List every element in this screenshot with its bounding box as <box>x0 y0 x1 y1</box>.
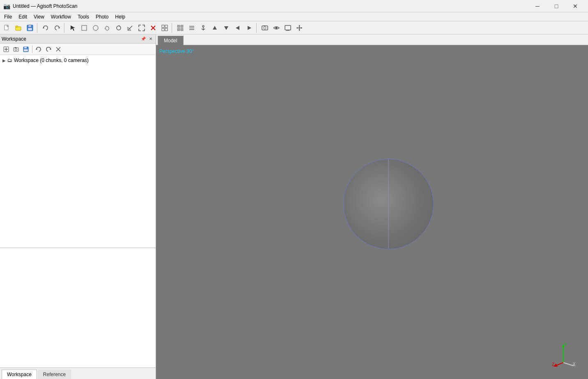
menu-workflow[interactable]: Workflow <box>48 12 74 21</box>
svg-line-65 <box>563 363 574 366</box>
redo-button[interactable] <box>52 23 62 33</box>
eye-tool[interactable] <box>271 23 282 33</box>
split-tool[interactable] <box>159 23 170 33</box>
toolbar-sep3 <box>172 23 173 33</box>
toolbar-sep4 <box>256 23 258 33</box>
svg-marker-56 <box>50 48 51 50</box>
workspace-tree-item[interactable]: ▶ 🗂 Workspace (0 chunks, 0 cameras) <box>2 57 154 64</box>
sphere-object <box>343 159 434 249</box>
ws-close-button[interactable] <box>54 45 63 54</box>
titlebar: 📷 Untitled — Agisoft PhotoScan ─ □ ✕ <box>0 0 588 12</box>
maximize-button[interactable]: □ <box>547 0 566 12</box>
svg-rect-51 <box>15 47 16 48</box>
svg-marker-9 <box>71 25 75 31</box>
workspace-panel: Workspace 📌 ✕ <box>0 34 156 248</box>
remove-tool[interactable] <box>148 23 158 33</box>
new-button[interactable] <box>2 23 12 33</box>
menu-tools[interactable]: Tools <box>74 12 92 21</box>
svg-rect-38 <box>285 25 291 30</box>
menu-view[interactable]: View <box>30 12 48 21</box>
svg-marker-32 <box>236 26 239 30</box>
bottom-sub-panel <box>0 248 156 368</box>
svg-rect-54 <box>24 49 28 51</box>
rotate-tool[interactable] <box>113 23 124 33</box>
rect-select-tool[interactable] <box>79 23 90 33</box>
svg-rect-19 <box>162 28 164 31</box>
svg-point-28 <box>202 25 204 27</box>
titlebar-title: Untitled — Agisoft PhotoScan <box>13 3 77 9</box>
workspace-pin-button[interactable]: 📌 <box>140 36 147 42</box>
move-tool[interactable] <box>294 23 305 33</box>
menu-file[interactable]: File <box>1 12 15 21</box>
ws-sep1 <box>32 46 32 53</box>
svg-rect-53 <box>24 47 27 48</box>
clip-tool[interactable] <box>125 23 136 33</box>
workspace-tree: ▶ 🗂 Workspace (0 chunks, 0 cameras) <box>0 55 156 248</box>
svg-rect-36 <box>264 25 265 26</box>
open-button[interactable] <box>13 23 24 33</box>
grid-tool[interactable] <box>175 23 186 33</box>
titlebar-left: 📷 Untitled — Agisoft PhotoScan <box>3 3 77 9</box>
sphere-mesh <box>343 159 434 249</box>
minimize-button[interactable]: ─ <box>528 0 547 12</box>
svg-marker-30 <box>213 26 217 30</box>
nav-right-tool[interactable] <box>244 23 255 33</box>
nav-up-tool[interactable] <box>209 23 220 33</box>
ws-add-button[interactable] <box>2 45 11 54</box>
left-panel: Workspace 📌 ✕ <box>0 34 156 379</box>
nav-down-tool[interactable] <box>221 23 232 33</box>
app-icon: 📷 <box>3 3 10 9</box>
svg-rect-17 <box>162 25 164 28</box>
circle-select-tool[interactable] <box>90 23 101 33</box>
svg-marker-33 <box>248 26 251 30</box>
main-area: Workspace 📌 ✕ <box>0 34 588 379</box>
menu-edit[interactable]: Edit <box>15 12 30 21</box>
chunk-icon: 🗂 <box>7 57 12 63</box>
menu-photo[interactable]: Photo <box>92 12 112 21</box>
model-viewport[interactable]: Perspective 30° Y <box>156 45 588 379</box>
svg-marker-45 <box>301 27 302 29</box>
svg-rect-10 <box>82 25 87 30</box>
svg-marker-43 <box>299 30 300 31</box>
model-panel: Model Perspective 30° Y <box>156 34 588 379</box>
anchor-tool[interactable] <box>198 23 209 33</box>
svg-rect-20 <box>165 28 168 31</box>
ws-redo-button[interactable] <box>44 45 53 54</box>
workspace-panel-controls: 📌 ✕ <box>140 36 154 42</box>
svg-rect-24 <box>181 28 183 31</box>
nav-left-tool[interactable] <box>232 23 243 33</box>
sphere-vline <box>388 159 389 249</box>
tree-expand-icon: ▶ <box>2 58 6 63</box>
svg-rect-23 <box>177 28 180 31</box>
ws-photos-button[interactable] <box>11 45 21 54</box>
close-button[interactable]: ✕ <box>566 0 585 12</box>
model-tab-bar: Model <box>156 34 588 45</box>
tab-workspace[interactable]: Workspace <box>2 370 37 379</box>
free-select-tool[interactable] <box>102 23 113 33</box>
photo-tool[interactable] <box>260 23 270 33</box>
tab-reference[interactable]: Reference <box>38 370 71 379</box>
svg-rect-6 <box>28 28 32 30</box>
list-view-tool[interactable] <box>186 23 197 33</box>
ws-undo-button[interactable] <box>34 45 43 54</box>
save-button[interactable] <box>25 23 35 33</box>
workspace-close-button[interactable]: ✕ <box>147 36 154 42</box>
svg-marker-42 <box>299 25 300 26</box>
arrow-tool[interactable] <box>67 23 78 33</box>
expand-tool[interactable] <box>136 23 147 33</box>
bottom-tabs: Workspace Reference <box>0 368 156 379</box>
axes-widget: Y Z X <box>551 342 576 367</box>
tab-model[interactable]: Model <box>158 36 184 45</box>
svg-marker-44 <box>296 27 298 29</box>
scene-container <box>156 45 588 379</box>
svg-point-35 <box>264 27 266 29</box>
svg-rect-3 <box>16 26 18 27</box>
render-tool[interactable] <box>283 23 293 33</box>
svg-rect-21 <box>177 25 180 28</box>
svg-marker-31 <box>224 26 228 30</box>
ws-save-button[interactable] <box>21 45 30 54</box>
menu-help[interactable]: Help <box>112 12 129 21</box>
svg-text:Y: Y <box>564 342 567 347</box>
undo-button[interactable] <box>40 23 51 33</box>
svg-marker-7 <box>43 27 44 28</box>
